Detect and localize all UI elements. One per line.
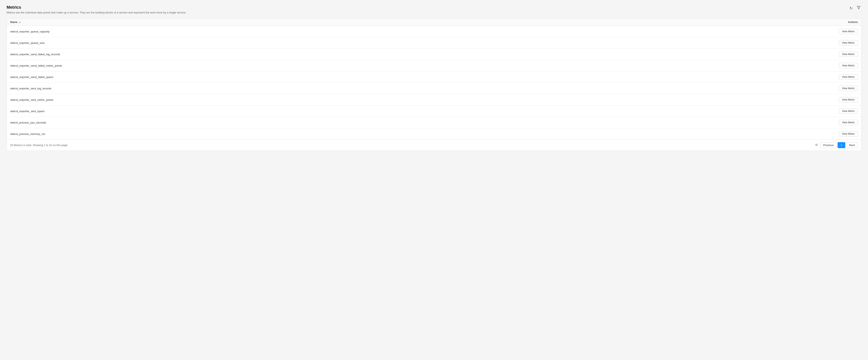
refresh-button[interactable]: ↻ xyxy=(849,5,854,11)
view-metric-button[interactable]: View Metric xyxy=(839,52,858,57)
metric-name: otelcol_exporter_sent_spans xyxy=(10,110,839,113)
metric-name: otelcol_exporter_send_failed_log_records xyxy=(10,53,839,56)
metric-name: otelcol_exporter_queue_size xyxy=(10,41,839,44)
view-metric-button[interactable]: View Metric xyxy=(839,97,858,102)
table-row: otelcol_exporter_sent_spans View Metric xyxy=(7,105,861,117)
table-row: otelcol_exporter_send_failed_log_records… xyxy=(7,48,861,60)
table-row: otelcol_exporter_queue_size View Metric xyxy=(7,37,861,48)
view-metric-button[interactable]: View Metric xyxy=(839,108,858,114)
footer-info: 20 Metrics in total. Showing 1 to 10 on … xyxy=(10,143,68,147)
table-row: otelcol_exporter_send_failed_metric_poin… xyxy=(7,60,861,71)
view-metric-button[interactable]: View Metric xyxy=(839,120,858,125)
table-row: otelcol_process_cpu_seconds View Metric xyxy=(7,117,861,128)
metric-name: otelcol_exporter_queue_capacity xyxy=(10,30,839,33)
metric-name: otelcol_exporter_send_failed_metric_poin… xyxy=(10,64,839,67)
refresh-icon: ↻ xyxy=(849,6,853,10)
view-metric-button[interactable]: View Metric xyxy=(839,74,858,80)
view-metric-button[interactable]: View Metric xyxy=(839,86,858,91)
table-header: Name ▲ Actions xyxy=(7,19,861,26)
table-row: otelcol_process_memory_rss View Metric xyxy=(7,128,861,139)
pagination-settings-icon[interactable] xyxy=(814,142,819,148)
view-metric-button[interactable]: View Metric xyxy=(839,29,858,34)
filter-icon xyxy=(857,6,861,10)
column-actions-header: Actions xyxy=(829,21,858,24)
svg-marker-0 xyxy=(857,6,860,9)
table-row: otelcol_exporter_queue_capacity View Met… xyxy=(7,26,861,37)
metric-name: otelcol_exporter_sent_metric_points xyxy=(10,98,839,101)
metric-name: otelcol_process_cpu_seconds xyxy=(10,121,839,124)
page-title: Metrics xyxy=(7,5,861,10)
next-button[interactable]: Next xyxy=(846,142,858,148)
page-description: Metrics are the individual data points t… xyxy=(7,11,861,14)
table-footer: 20 Metrics in total. Showing 1 to 10 on … xyxy=(7,139,861,151)
pagination: Previous 1 Next xyxy=(814,142,858,148)
column-name-header: Name ▲ xyxy=(10,21,829,24)
metrics-table: Name ▲ Actions otelcol_exporter_queue_ca… xyxy=(7,18,861,151)
view-metric-button[interactable]: View Metric xyxy=(839,40,858,45)
page-1-button[interactable]: 1 xyxy=(838,142,845,148)
metric-name: otelcol_exporter_sent_log_records xyxy=(10,87,839,90)
table-row: otelcol_exporter_sent_metric_points View… xyxy=(7,94,861,105)
view-metric-button[interactable]: View Metric xyxy=(839,63,858,68)
sort-icon: ▲ xyxy=(19,21,21,23)
metric-name: otelcol_exporter_send_failed_spans xyxy=(10,75,839,78)
table-body: otelcol_exporter_queue_capacity View Met… xyxy=(7,26,861,139)
table-row: otelcol_exporter_send_failed_spans View … xyxy=(7,71,861,83)
previous-button[interactable]: Previous xyxy=(820,142,837,148)
view-metric-button[interactable]: View Metric xyxy=(839,131,858,136)
filter-button[interactable] xyxy=(856,5,861,11)
table-row: otelcol_exporter_sent_log_records View M… xyxy=(7,83,861,94)
metric-name: otelcol_process_memory_rss xyxy=(10,132,839,135)
